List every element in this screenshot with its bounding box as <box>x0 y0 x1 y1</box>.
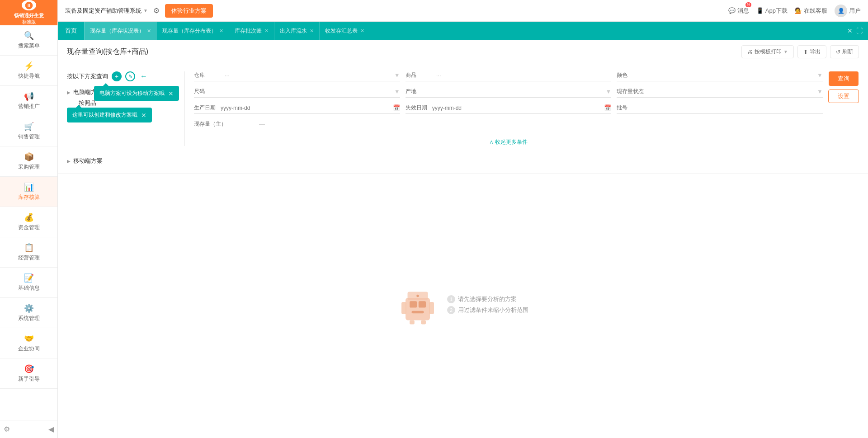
sidebar-nav: 🔍 搜索菜单 ⚡ 快捷导航 📢 营销推广 🛒 销售管理 📦 采购管理 📊 库存核… <box>0 25 57 420</box>
empty-content: 1 请先选择要分析的方案 2 用过滤条件来缩小分析范围 <box>397 286 528 326</box>
goods-input[interactable] <box>443 72 612 79</box>
sidebar-item-inventory[interactable]: 📊 库存核算 <box>0 177 57 207</box>
sidebar-item-operation[interactable]: 📋 经营管理 <box>0 237 57 268</box>
color-dropdown-icon[interactable]: ▼ <box>817 72 823 79</box>
search-button[interactable]: 查询 <box>829 71 859 86</box>
guide-icon: 🎯 <box>24 364 34 374</box>
finance-icon: 💰 <box>24 212 34 222</box>
svg-point-9 <box>416 295 419 297</box>
refresh-label: 刷新 <box>842 48 853 56</box>
tab-label: 现存量（库存分布表） <box>162 27 217 35</box>
sidebar-item-quick-nav[interactable]: ⚡ 快捷导航 <box>0 56 57 86</box>
add-scheme-button[interactable]: + <box>112 71 122 81</box>
filter-header-label: 按以下方案查询 <box>67 72 108 80</box>
sidebar-item-search-menu[interactable]: 🔍 搜索菜单 <box>0 25 57 56</box>
production-date-input[interactable] <box>221 105 391 111</box>
tab-summary[interactable]: 收发存汇总表 ✕ <box>319 22 370 40</box>
stock-status-field: 现存量状态 ▼ <box>617 88 823 98</box>
expiry-date-field: 失效日期 📅 <box>406 104 612 114</box>
tab-inventory-status[interactable]: 现存量（库存状况表） ✕ <box>84 22 156 40</box>
tab-batch[interactable]: 库存批次账 ✕ <box>229 22 274 40</box>
tip-2: 2 用过滤条件来缩小分析范围 <box>447 306 528 314</box>
collapse-label: 收起更多条件 <box>495 139 528 145</box>
message-btn[interactable]: 💬 消息 9 <box>728 7 749 15</box>
system-selector[interactable]: 装备及固定资产辅助管理系统 ▼ <box>65 7 148 15</box>
tab-close-icon[interactable]: ✕ <box>147 28 151 34</box>
sidebar-item-finance[interactable]: 💰 资金管理 <box>0 207 57 237</box>
size-dropdown-icon[interactable]: ▼ <box>394 88 400 95</box>
user-avatar: 👤 <box>835 5 847 17</box>
sidebar-item-basic-info[interactable]: 📝 基础信息 <box>0 268 57 298</box>
sidebar-item-label: 资金管理 <box>18 224 40 231</box>
app-logo: 畅销通好生意 标准版 <box>0 0 57 25</box>
expand-tabs-icon[interactable]: ⛶ <box>856 27 863 34</box>
settings-icon[interactable]: ⚙ <box>4 425 10 433</box>
experience-button[interactable]: 体验行业方案 <box>165 4 213 18</box>
color-input[interactable] <box>647 72 815 79</box>
logo-icon <box>22 0 36 10</box>
search-btn-group: 查询 设置 <box>828 71 859 103</box>
sidebar-item-system[interactable]: ⚙️ 系统管理 <box>0 298 57 328</box>
close-all-tabs-icon[interactable]: ✕ <box>847 27 853 34</box>
sidebar-item-guide[interactable]: 🎯 新手引导 <box>0 358 57 389</box>
size-input[interactable] <box>225 89 392 95</box>
goods-field: 商品 ··· <box>406 71 612 81</box>
collapse-filter-btn[interactable]: ∧ 收起更多条件 <box>194 135 823 146</box>
refresh-button[interactable]: ↺ 刷新 <box>830 45 859 58</box>
batch-input[interactable] <box>647 105 823 111</box>
print-label: 按模板打印 <box>755 48 782 56</box>
expiry-date-input[interactable] <box>432 105 603 111</box>
filter-row-1: 仓库 ··· ▼ 商品 ··· 颜色 <box>194 71 823 81</box>
tab-close-icon[interactable]: ✕ <box>360 28 364 34</box>
origin-label: 产地 <box>406 88 433 95</box>
size-field: 尺码 ▼ <box>194 88 400 98</box>
calendar-icon-2[interactable]: 📅 <box>604 104 611 111</box>
header-left: 装备及固定资产辅助管理系统 ▼ ⚙ 体验行业方案 <box>65 4 213 18</box>
tab-close-icon[interactable]: ✕ <box>264 28 269 34</box>
more-icon[interactable]: ··· <box>225 72 230 79</box>
stock-status-dropdown-icon[interactable]: ▼ <box>817 88 823 95</box>
tab-close-icon[interactable]: ✕ <box>219 28 223 34</box>
collapse-icon: ∧ <box>489 139 494 145</box>
reset-button[interactable]: 设置 <box>828 89 859 103</box>
user-area[interactable]: 👤 用户 <box>835 5 861 17</box>
print-button[interactable]: 🖨 按模板打印 ▼ <box>741 45 794 58</box>
tooltip-edit-scheme: 这里可以创建和修改方案哦 ✕ <box>67 108 152 122</box>
sidebar-item-label: 采购管理 <box>18 163 40 171</box>
gear-icon[interactable]: ⚙ <box>153 6 160 15</box>
tab-home[interactable]: 首页 <box>58 22 84 40</box>
tooltip2-close-icon[interactable]: ✕ <box>141 112 146 119</box>
app-download-btn[interactable]: 📱 App下载 <box>756 7 788 15</box>
size-label: 尺码 <box>194 88 221 95</box>
stock-status-input[interactable] <box>647 89 815 95</box>
tab-close-icon[interactable]: ✕ <box>310 28 314 34</box>
tab-flow[interactable]: 出入库流水 ✕ <box>274 22 319 40</box>
warehouse-input[interactable] <box>231 72 392 79</box>
system-name: 装备及固定资产辅助管理系统 <box>65 7 142 15</box>
stock-main-to-input[interactable] <box>269 121 305 127</box>
sidebar-item-sales[interactable]: 🛒 销售管理 <box>0 116 57 146</box>
calendar-icon-1[interactable]: 📅 <box>393 104 400 111</box>
message-label: 消息 <box>737 7 749 14</box>
sidebar-item-cooperation[interactable]: 🤝 企业协同 <box>0 328 57 358</box>
stock-main-from-input[interactable] <box>228 121 255 127</box>
export-button[interactable]: ⬆ 导出 <box>797 45 826 58</box>
message-icon: 💬 <box>728 7 736 14</box>
goods-more-icon[interactable]: ··· <box>436 72 441 79</box>
origin-input[interactable] <box>436 89 604 95</box>
collapse-sidebar-icon[interactable]: ◀ <box>48 425 54 433</box>
online-support-btn[interactable]: 💁 在线客服 <box>795 7 827 15</box>
sidebar-item-marketing[interactable]: 📢 营销推广 <box>0 86 57 116</box>
tab-label: 现存量（库存状况表） <box>90 27 144 35</box>
sidebar-item-purchase[interactable]: 📦 采购管理 <box>0 146 57 177</box>
tooltip1-close-icon[interactable]: ✕ <box>168 90 174 97</box>
tab-inventory-dist[interactable]: 现存量（库存分布表） ✕ <box>156 22 229 40</box>
scheme-arrow-button[interactable]: ← <box>139 71 149 81</box>
sidebar-item-label: 快捷导航 <box>18 72 40 80</box>
edit-scheme-button[interactable]: ✎ <box>125 71 135 81</box>
stock-main-field: 现存量（主） — <box>194 120 401 130</box>
warehouse-dropdown-icon[interactable]: ▼ <box>394 72 400 79</box>
origin-dropdown-icon[interactable]: ▼ <box>605 88 611 95</box>
sidebar-item-label: 营销推广 <box>18 103 40 110</box>
scheme-tree-mobile[interactable]: ▶ 移动端方案 <box>67 155 184 166</box>
